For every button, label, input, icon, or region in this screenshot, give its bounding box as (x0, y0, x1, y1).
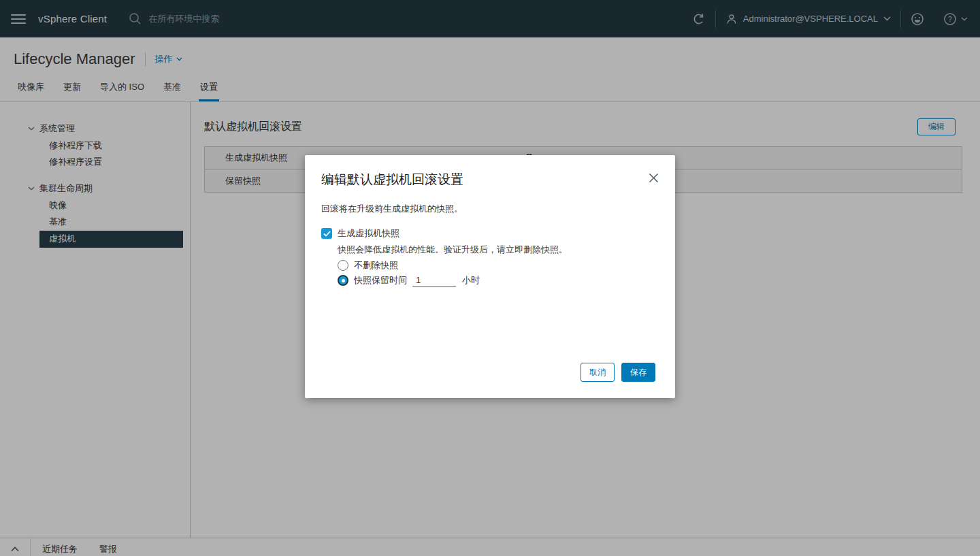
edit-rollback-settings-dialog: 编辑默认虚拟机回滚设置 回滚将在升级前生成虚拟机的快照。 生成虚拟机快照 快照会… (305, 155, 675, 398)
vsphere-client-app: vSphere Client 在所有环境中搜索 Administrator@VS… (0, 0, 980, 556)
take-snapshot-label: 生成虚拟机快照 (338, 227, 399, 240)
take-snapshot-checkbox[interactable] (321, 228, 332, 239)
snapshot-timeout-label: 快照保留时间 (354, 274, 407, 287)
no-delete-snapshot-radio[interactable] (338, 260, 348, 271)
dialog-description: 回滚将在升级前生成虚拟机的快照。 (321, 203, 659, 215)
snapshot-timeout-radio[interactable] (338, 275, 348, 286)
close-icon[interactable] (649, 173, 659, 183)
cancel-button[interactable]: 取消 (581, 363, 615, 382)
save-button[interactable]: 保存 (621, 363, 655, 382)
dialog-title: 编辑默认虚拟机回滚设置 (321, 171, 463, 189)
timeout-unit-label: 小时 (462, 274, 480, 287)
no-delete-snapshot-label: 不删除快照 (354, 259, 398, 272)
check-icon (323, 231, 331, 237)
snapshot-helper-text: 快照会降低虚拟机的性能。验证升级后，请立即删除快照。 (338, 244, 659, 256)
timeout-hours-input[interactable] (412, 274, 456, 287)
